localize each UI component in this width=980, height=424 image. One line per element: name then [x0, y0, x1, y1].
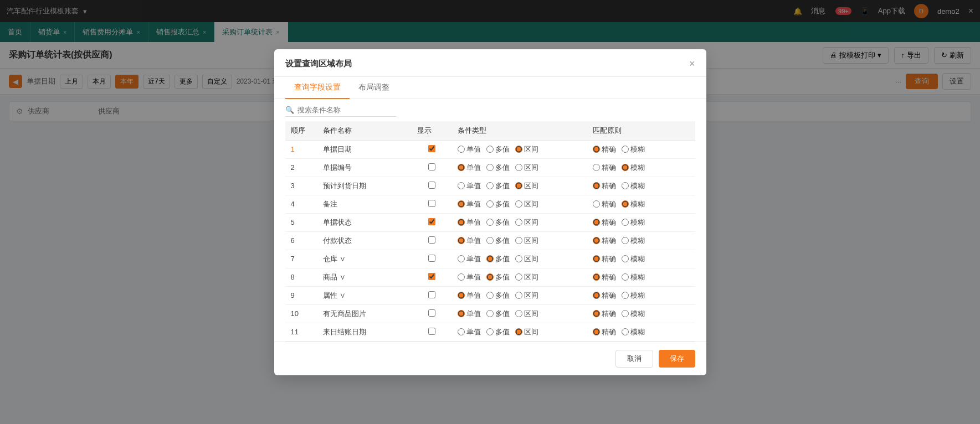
conditions-table: 顺序 条件名称 显示 条件类型 匹配原则 1单据日期单值多值区间精确模糊2单据编… [285, 121, 695, 128]
modal-table-wrap: 顺序 条件名称 显示 条件类型 匹配原则 1单据日期单值多值区间精确模糊2单据编… [274, 121, 706, 128]
modal-close-button[interactable]: × [689, 58, 695, 70]
tab-layout-adjust[interactable]: 布局调整 [350, 77, 398, 99]
th-show: 显示 [412, 121, 452, 128]
modal-title: 设置查询区域布局 [285, 59, 352, 69]
modal-overlay[interactable]: 设置查询区域布局 × 查询字段设置 布局调整 🔍 顺序 [0, 0, 980, 128]
modal-tabs: 查询字段设置 布局调整 [274, 77, 706, 99]
modal-search: 🔍 [274, 99, 706, 121]
th-name: 条件名称 [317, 121, 412, 128]
tab-query-fields[interactable]: 查询字段设置 [285, 77, 350, 99]
search-input-wrap: 🔍 [285, 106, 396, 117]
search-input[interactable] [297, 106, 386, 114]
search-icon: 🔍 [285, 106, 294, 114]
tab-query-fields-label: 查询字段设置 [294, 82, 341, 91]
settings-modal: 设置查询区域布局 × 查询字段设置 布局调整 🔍 顺序 [274, 49, 706, 128]
tab-layout-adjust-label: 布局调整 [358, 82, 389, 91]
modal-header: 设置查询区域布局 × [274, 49, 706, 77]
th-type: 条件类型 [452, 121, 587, 128]
th-order: 顺序 [285, 121, 317, 128]
table-header-row: 顺序 条件名称 显示 条件类型 匹配原则 [285, 121, 695, 128]
th-match: 匹配原则 [587, 121, 695, 128]
